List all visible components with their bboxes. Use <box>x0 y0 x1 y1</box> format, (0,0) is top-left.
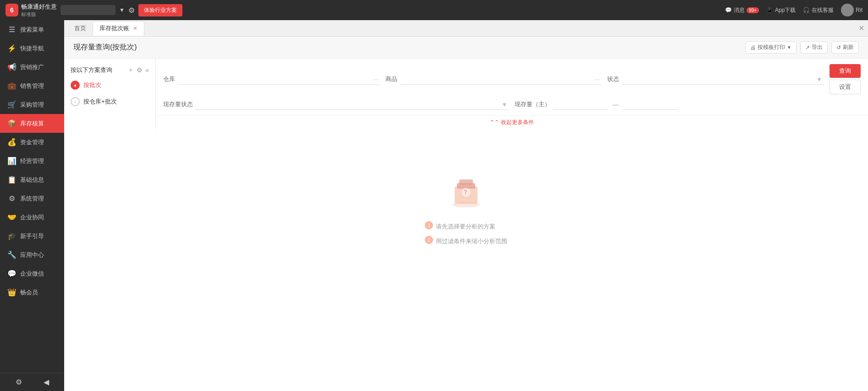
product-input[interactable] <box>400 74 602 85</box>
user-avatar-item[interactable]: Rit <box>841 4 863 16</box>
sidebar-label-search-menu: 搜索菜单 <box>20 26 44 34</box>
tip-2-number: 2 <box>425 236 433 244</box>
brand-name: 畅康通好生意 <box>21 3 57 11</box>
newbie-icon: 🎓 <box>7 232 16 240</box>
settings-icon-button[interactable]: ⚙ <box>128 6 135 15</box>
search-input[interactable] <box>60 5 115 15</box>
logo-area: 6 畅康通好生意 标准版 <box>5 3 57 18</box>
member-icon: 👑 <box>7 288 16 297</box>
sidebar-item-finance[interactable]: 💰 资金管理 <box>0 133 64 152</box>
sidebar-item-newbie[interactable]: 🎓 新手引导 <box>0 227 64 245</box>
online-service-item[interactable]: 🎧 在线客服 <box>803 6 834 14</box>
sidebar-settings-button[interactable]: ⚙ <box>16 378 22 386</box>
refresh-button[interactable]: ↺ 刷新 <box>831 41 859 54</box>
inventory-amount-to-input[interactable] <box>623 99 678 110</box>
sidebar-label-marketing: 营销推广 <box>20 63 44 71</box>
brand-sub: 标准版 <box>21 11 57 18</box>
inventory-status-select[interactable] <box>196 99 509 110</box>
tip-1-text: 请先选择要分析的方案 <box>436 221 495 233</box>
product-input-wrapper: ··· <box>400 74 602 85</box>
tab-close-icon[interactable]: ✕ <box>133 25 137 32</box>
collapse-label: 收起更多条件 <box>501 119 534 125</box>
sidebar-item-marketing[interactable]: 📢 营销推广 <box>0 58 64 76</box>
user-name: Rit <box>856 7 863 13</box>
print-icon: 🖨 <box>750 44 756 51</box>
sidebar-label-app-center: 应用中心 <box>20 251 44 259</box>
app-download-label: App下载 <box>775 6 796 14</box>
export-button[interactable]: ↗ 导出 <box>800 41 828 54</box>
filter-field-warehouse: 仓库 ··· <box>163 74 380 85</box>
sidebar-item-enterprise-wechat[interactable]: 💬 企业微信 <box>0 264 64 283</box>
sidebar-label-member: 畅会员 <box>20 288 38 297</box>
inventory-amount-from-input[interactable] <box>553 99 608 110</box>
warehouse-input[interactable] <box>178 74 380 85</box>
page-header: 现存量查询(按批次) 🖨 按模板打印 ▼ ↗ 导出 ↺ 刷新 <box>64 37 868 59</box>
tip-2-text: 用过滤条件来缩小分析范围 <box>436 235 507 247</box>
logo-icon: 6 <box>5 4 18 16</box>
filter-row-2: 现存量状态 ▼ 现存量（主） <box>163 99 861 110</box>
sidebar-collapse-button[interactable]: ◀ <box>44 378 49 386</box>
action-buttons-wrapper: 查询 设置 <box>830 64 861 94</box>
filter-field-product: 商品 ··· <box>385 74 602 85</box>
print-template-button[interactable]: 🖨 按模板打印 ▼ <box>745 41 797 54</box>
status-label: 状态 <box>607 75 619 83</box>
tab-panel-close-button[interactable]: ✕ <box>858 24 864 33</box>
enterprise-icon: 🤝 <box>7 213 16 222</box>
tab-batch-label: 库存批次账 <box>99 24 129 33</box>
sidebar-item-app-center[interactable]: 🔧 应用中心 <box>0 245 64 264</box>
brand-info: 畅康通好生意 标准版 <box>21 3 57 18</box>
top-bar-left: 6 畅康通好生意 标准版 ▼ ⚙ 体验行业方案 <box>5 3 182 18</box>
sidebar-item-inventory[interactable]: 📦 库存核算 <box>0 114 64 133</box>
collapse-sidebar-button[interactable]: « <box>145 66 149 74</box>
scheme-filled-icon: ● <box>71 81 80 90</box>
dropdown-button[interactable]: ▼ <box>119 7 125 13</box>
finance-icon: 💰 <box>7 138 16 147</box>
status-select[interactable] <box>622 74 824 85</box>
sidebar-item-search-menu[interactable]: ☰ 搜索菜单 <box>0 20 64 39</box>
product-more-button[interactable]: ··· <box>595 76 600 83</box>
filter-main: 仓库 ··· 商品 ··· <box>156 59 868 115</box>
sidebar-item-system[interactable]: ⚙ 系统管理 <box>0 189 64 208</box>
tab-batch-account[interactable]: 库存批次账 ✕ <box>93 21 144 36</box>
inventory-icon: 📦 <box>7 119 16 128</box>
top-bar-right: 💬 消息 99+ 📱 App下载 🎧 在线客服 Rit <box>725 4 863 16</box>
filter-field-inventory-status: 现存量状态 ▼ <box>163 99 509 110</box>
sidebar-item-operations[interactable]: 📊 经营管理 <box>0 152 64 170</box>
tab-home[interactable]: 首页 <box>68 22 93 35</box>
app-download-item[interactable]: 📱 App下载 <box>766 6 796 14</box>
product-label: 商品 <box>385 75 397 83</box>
sidebar-item-quick-nav[interactable]: ⚡ 快捷导航 <box>0 39 64 58</box>
warehouse-more-button[interactable]: ··· <box>373 76 378 83</box>
add-scheme-button[interactable]: ＋ <box>127 66 134 74</box>
sidebar-label-basics: 基础信息 <box>20 176 44 184</box>
sidebar-item-purchase[interactable]: 🛒 采购管理 <box>0 95 64 114</box>
scheme-item-by-batch[interactable]: ● 按批次 <box>64 77 155 93</box>
scheme-settings-button[interactable]: ⚙ <box>137 66 143 74</box>
sidebar-label-system: 系统管理 <box>20 195 44 203</box>
sidebar-label-newbie: 新手引导 <box>20 232 44 240</box>
query-button[interactable]: 查询 <box>830 64 861 78</box>
sidebar-item-basics[interactable]: 📋 基础信息 <box>0 170 64 189</box>
collapse-more-conditions[interactable]: ⌃⌃ 收起更多条件 <box>156 115 868 129</box>
settings-config-button[interactable]: 设置 <box>830 80 861 94</box>
sidebar-item-member[interactable]: 👑 畅会员 <box>0 283 64 302</box>
trial-button[interactable]: 体验行业方案 <box>138 4 182 16</box>
sidebar-label-enterprise-wechat: 企业微信 <box>20 270 44 278</box>
filter-sidebar-title: 按以下方案查询 <box>71 66 112 74</box>
sidebar-item-sales[interactable]: 💼 销售管理 <box>0 76 64 95</box>
filter-row-1: 仓库 ··· 商品 ··· <box>163 64 861 94</box>
sidebar-label-inventory: 库存核算 <box>20 119 44 128</box>
phone-icon: 📱 <box>766 7 773 13</box>
tip-item-1: 1 请先选择要分析的方案 <box>425 221 507 233</box>
filter-sidebar-actions: ＋ ⚙ « <box>127 66 149 74</box>
sidebar-label-enterprise: 企业协同 <box>20 213 44 222</box>
refresh-icon: ↺ <box>836 44 841 51</box>
system-icon: ⚙ <box>7 194 16 203</box>
inventory-status-label: 现存量状态 <box>163 100 193 109</box>
messages-item[interactable]: 💬 消息 99+ <box>725 6 759 14</box>
svg-text:?: ? <box>464 189 467 196</box>
sidebar-item-enterprise[interactable]: 🤝 企业协同 <box>0 208 64 227</box>
scheme-item-by-warehouse-batch[interactable]: ○ 按仓库+批次 <box>64 93 155 110</box>
status-input-wrapper: ▼ <box>622 74 824 85</box>
messages-badge: 99+ <box>747 7 759 13</box>
